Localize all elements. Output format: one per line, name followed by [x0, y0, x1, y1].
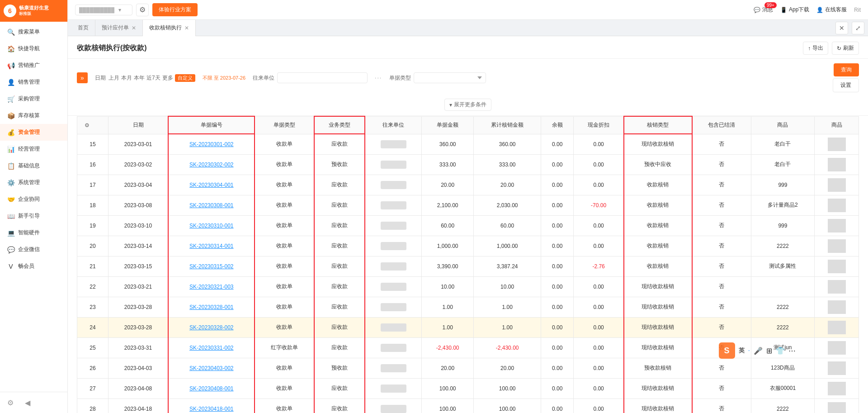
topbar-gear-btn[interactable]: ⚙	[136, 4, 149, 16]
cell-cancel-amount: 20.00	[474, 358, 541, 378]
industry-solution-btn[interactable]: 体验行业方案	[152, 3, 198, 16]
sn-link[interactable]: SK-20230403-002	[189, 365, 233, 371]
tab-pending[interactable]: 预计应付单 ✕	[95, 20, 143, 36]
sidebar-item-system[interactable]: ⚙️系统管理	[0, 174, 67, 191]
cell-amount: 100.00	[422, 378, 474, 399]
date-more[interactable]: 更多	[162, 74, 173, 82]
tab-expand-btn[interactable]: ⤢	[852, 22, 864, 34]
sidebar-item-basic[interactable]: 📋基础信息	[0, 157, 67, 174]
filter-settings-btn[interactable]: 设置	[833, 78, 859, 92]
partner-filter-input[interactable]	[277, 72, 368, 83]
date-this-year[interactable]: 本年	[134, 74, 145, 82]
refresh-btn[interactable]: ↻ 刷新	[832, 42, 859, 55]
column-settings-icon[interactable]: ⚙	[82, 120, 92, 130]
th-settings[interactable]: ⚙	[77, 116, 108, 134]
sn-link[interactable]: SK-20230408-001	[189, 385, 233, 392]
app-download-label: App下载	[789, 6, 809, 14]
doctype-filter-select[interactable]	[414, 72, 486, 83]
date-last-month[interactable]: 上月	[108, 74, 119, 82]
sn-link[interactable]: SK-20230304-001	[189, 182, 233, 188]
filter-toggle-btn[interactable]: »	[77, 72, 88, 83]
sn-link[interactable]: SK-20230314-001	[189, 243, 233, 249]
th-balance: 余额	[541, 116, 574, 134]
sidebar-item-operation[interactable]: 📊经营管理	[0, 141, 67, 157]
table-row: 17 2023-03-04 SK-20230304-001 收款单 应收款 ██…	[77, 175, 859, 195]
sidebar-item-nav[interactable]: 🏠快捷导航	[0, 40, 67, 57]
date-7days[interactable]: 近7天	[146, 74, 160, 82]
cell-discount: 0.00	[574, 276, 624, 297]
table-head: ⚙ 日期 单据编号 单据类型 业务类型 往来单位 单据金额 累计核销金额 余额 …	[77, 116, 859, 134]
sidebar-label-basic: 基础信息	[18, 162, 40, 170]
sn-link[interactable]: SK-20230418-001	[189, 406, 233, 412]
sidebar-label-wechat: 企业微信	[18, 246, 40, 253]
tab-cancel[interactable]: 收款核销执行 ✕	[143, 20, 196, 36]
sn-link[interactable]: SK-20230310-001	[189, 223, 233, 229]
cell-cancel-type: 收款核销	[624, 195, 692, 215]
sidebar-item-wechat[interactable]: 💬企业微信	[0, 241, 67, 258]
message-btn[interactable]: 💬 消息 99+	[754, 6, 773, 14]
cell-biz-type: 应收款	[314, 195, 365, 215]
sn-link[interactable]: SK-20230315-002	[189, 263, 233, 270]
th-amount: 单据金额	[422, 116, 474, 134]
cell-no: 20	[77, 236, 108, 256]
sn-link[interactable]: SK-20230302-002	[189, 161, 233, 168]
date-value-area: 不限 至 2023-07-26	[203, 75, 245, 81]
cell-cancel-type: 现结收款核销	[624, 134, 692, 154]
sn-link[interactable]: SK-20230301-002	[189, 141, 233, 147]
cell-no: 24	[77, 317, 108, 337]
sidebar-collapse-btn[interactable]: ◀	[21, 396, 34, 409]
cell-partner: ██	[365, 154, 422, 175]
cell-cancel-type: 收款核销	[624, 256, 692, 276]
date-this-month[interactable]: 本月	[121, 74, 132, 82]
cell-discount: 0.00	[574, 358, 624, 378]
cell-biz-type: 应收款	[314, 256, 365, 276]
cell-biz-type: 应收款	[314, 297, 365, 317]
export-btn[interactable]: ↑ 导出	[803, 42, 828, 55]
online-service-btn[interactable]: 👤 在线客服	[816, 6, 847, 14]
sidebar-item-purchase[interactable]: 🛒采购管理	[0, 90, 67, 107]
cell-cancel-amount: 360.00	[474, 134, 541, 154]
topbar-company-select[interactable]: ██████████ ▾	[75, 5, 132, 15]
sidebar-label-marketing: 营销推广	[18, 62, 40, 69]
sn-link[interactable]: SK-20230328-001	[189, 304, 233, 310]
sn-link[interactable]: SK-20230321-003	[189, 284, 233, 290]
cell-cancel-type: 收款核销	[624, 175, 692, 195]
marketing-icon: 📢	[7, 62, 14, 69]
sidebar-item-sales[interactable]: 👤销售管理	[0, 74, 67, 90]
cell-biz-type: 应收款	[314, 276, 365, 297]
query-btn[interactable]: 查询	[834, 63, 859, 76]
tab-cancel-close[interactable]: ✕	[184, 25, 189, 31]
expand-label: 展开更多条件	[454, 101, 486, 109]
inventory-icon: 📦	[7, 112, 14, 119]
expand-conditions-btn[interactable]: ▾ 展开更多条件	[444, 99, 491, 111]
cell-included: 否	[692, 378, 751, 399]
sidebar-item-inventory[interactable]: 📦库存核算	[0, 107, 67, 124]
date-custom-btn[interactable]: 自定义	[175, 74, 195, 82]
user-name[interactable]: Rit	[854, 7, 861, 13]
date-selected-value: 不限 至 2023-07-26	[203, 75, 245, 81]
sn-link[interactable]: SK-20230331-002	[189, 345, 233, 351]
tab-home[interactable]: 首页	[71, 20, 95, 36]
sn-link[interactable]: SK-20230308-001	[189, 202, 233, 209]
cell-biz-type: 预收款	[314, 358, 365, 378]
cell-biz-type: 应收款	[314, 317, 365, 337]
cell-balance: 0.00	[541, 276, 574, 297]
sidebar-item-finance[interactable]: 💰资金管理	[0, 124, 67, 141]
sidebar-item-hardware[interactable]: 💻智能硬件	[0, 224, 67, 241]
tab-pending-close[interactable]: ✕	[132, 25, 136, 31]
sidebar-item-corp[interactable]: 🤝企业协同	[0, 191, 67, 208]
cell-discount: 0.00	[574, 378, 624, 399]
cell-included: 否	[692, 297, 751, 317]
cell-partner: ██	[365, 256, 422, 276]
sidebar-item-guide[interactable]: 📖新手引导	[0, 208, 67, 224]
app-download-btn[interactable]: 📱 App下载	[780, 6, 809, 14]
cell-doc-type: 收款单	[255, 358, 314, 378]
topbar-brand: ██████████ ▾ ⚙ 体验行业方案	[75, 3, 748, 16]
sidebar-item-marketing[interactable]: 📢营销推广	[0, 57, 67, 74]
chevron-down-icon: ▾	[449, 102, 452, 108]
sn-link[interactable]: SK-20230328-002	[189, 324, 233, 331]
sidebar-item-search[interactable]: 🔍搜索菜单	[0, 24, 67, 40]
sidebar-item-member[interactable]: V畅会员	[0, 258, 67, 275]
sidebar-settings-btn[interactable]: ⚙	[4, 396, 17, 409]
tab-close-all-btn[interactable]: ✕	[835, 22, 848, 34]
